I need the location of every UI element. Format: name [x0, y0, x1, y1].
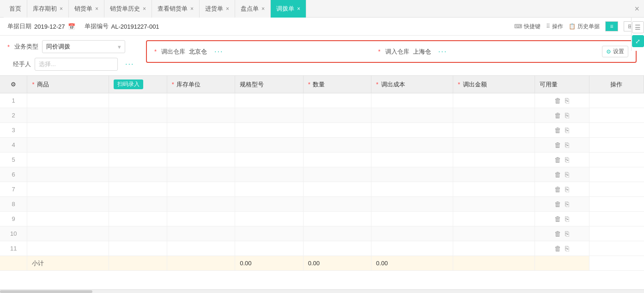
row-num: 3: [0, 123, 27, 138]
layout-button-1[interactable]: ≡: [605, 21, 618, 31]
settings-button[interactable]: ⚙ 设置: [602, 46, 628, 57]
cell-product: [27, 182, 109, 197]
th-gear[interactable]: ⚙: [0, 76, 27, 93]
subtotal-qty-cell: 0.00: [235, 256, 303, 271]
close-tab-inventory-init[interactable]: ×: [60, 6, 63, 12]
cell-qty: [235, 167, 303, 182]
calendar-icon[interactable]: 📅: [68, 23, 75, 30]
delete-icon[interactable]: 🗑: [554, 126, 561, 134]
close-tab-inventory-count[interactable]: ×: [261, 6, 265, 12]
copy-icon[interactable]: ⎘: [565, 141, 569, 149]
tab-sales-history[interactable]: 销货单历史 ×: [104, 0, 152, 18]
warehouse-out-more-button[interactable]: ···: [214, 48, 223, 56]
copy-icon[interactable]: ⎘: [565, 111, 569, 119]
warehouse-out-item: * 调出仓库 北京仓 ···: [154, 48, 369, 56]
th-product: * 商品: [27, 76, 109, 93]
table-row: 11 🗑 ⎘: [0, 241, 644, 256]
scan-button[interactable]: 扫码录入: [114, 79, 143, 89]
side-list-button[interactable]: ☰: [632, 21, 644, 33]
cell-qty: [235, 138, 303, 153]
delete-icon[interactable]: 🗑: [554, 141, 561, 149]
close-tab-transfer[interactable]: ×: [297, 6, 300, 12]
history-icon: 📋: [569, 23, 576, 30]
close-tab-purchase[interactable]: ×: [226, 6, 229, 12]
delete-icon[interactable]: 🗑: [554, 111, 561, 119]
cell-amount: [371, 93, 453, 108]
row-num: 5: [0, 153, 27, 167]
side-panel: ☰ ⤢: [631, 18, 644, 51]
tab-purchase[interactable]: 进货单 ×: [200, 0, 235, 18]
cell-qty: [235, 108, 303, 123]
handler-select[interactable]: 选择...: [35, 58, 118, 71]
row-num: 7: [0, 182, 27, 197]
handler-more-button[interactable]: ···: [125, 60, 134, 68]
close-tab-sales-history[interactable]: ×: [143, 6, 146, 12]
close-tab-sales-order[interactable]: ×: [95, 6, 98, 12]
delete-icon[interactable]: 🗑: [554, 97, 561, 104]
delete-icon[interactable]: 🗑: [554, 171, 561, 178]
scrollbar-thumb[interactable]: [0, 290, 92, 293]
biz-type-value: 同价调拨: [46, 43, 115, 51]
cell-available: [453, 153, 535, 167]
copy-icon[interactable]: ⎘: [565, 230, 569, 238]
cell-available: [453, 182, 535, 197]
copy-icon[interactable]: ⎘: [565, 200, 569, 208]
history-button[interactable]: 📋 历史单据: [569, 23, 600, 31]
delete-icon[interactable]: 🗑: [554, 156, 561, 164]
tab-inventory-count[interactable]: 盘点单 ×: [235, 0, 271, 18]
table-row: 7 🗑 ⎘: [0, 182, 644, 197]
delete-icon[interactable]: 🗑: [554, 215, 561, 223]
tab-bar: 首页 库存期初 × 销货单 × 销货单历史 × 查看销货单 × 进货单 × 盘点…: [0, 0, 644, 18]
warehouse-out-value: 北京仓: [189, 48, 207, 56]
cell-product: [27, 138, 109, 153]
cell-cost: [303, 153, 371, 167]
cell-action: 🗑 ⎘: [535, 241, 589, 256]
cell-product: [27, 212, 109, 226]
close-window-button[interactable]: ×: [634, 4, 639, 13]
cell-action: 🗑 ⎘: [535, 212, 589, 226]
cell-unit: [109, 167, 167, 182]
tab-view-sales[interactable]: 查看销货单 ×: [152, 0, 200, 18]
tab-inventory-init[interactable]: 库存期初 ×: [27, 0, 69, 18]
delete-icon[interactable]: 🗑: [554, 244, 561, 252]
tab-sales-order[interactable]: 销货单 ×: [69, 0, 104, 18]
handler-label: 经手人: [13, 60, 31, 68]
copy-icon[interactable]: ⎘: [565, 126, 569, 134]
operations-icon: ⠿: [546, 23, 550, 30]
warehouse-in-item: * 调入仓库 上海仓 ···: [378, 48, 593, 56]
copy-icon[interactable]: ⎘: [565, 185, 569, 193]
copy-icon[interactable]: ⎘: [565, 156, 569, 164]
cell-qty: [235, 123, 303, 138]
subtotal-action: [535, 256, 589, 271]
delete-icon[interactable]: 🗑: [554, 185, 561, 193]
copy-icon[interactable]: ⎘: [565, 97, 569, 104]
tab-transfer[interactable]: 调拨单 ×: [271, 0, 306, 18]
biz-type-select[interactable]: 同价调拨 ▾: [42, 40, 125, 53]
tab-home[interactable]: 首页: [4, 0, 27, 18]
horizontal-scrollbar[interactable]: [0, 289, 644, 293]
warehouse-in-more-button[interactable]: ···: [438, 48, 447, 56]
date-value: 2019-12-27: [34, 23, 65, 30]
delete-icon[interactable]: 🗑: [554, 200, 561, 208]
table-row: 3 🗑 ⎘: [0, 123, 644, 138]
cell-action: 🗑 ⎘: [535, 153, 589, 167]
cell-action: 🗑 ⎘: [535, 167, 589, 182]
delete-icon[interactable]: 🗑: [554, 230, 561, 238]
side-expand-button[interactable]: ⤢: [632, 35, 644, 47]
handler-row: 经手人 选择... ···: [7, 58, 137, 71]
cell-cost: [303, 138, 371, 153]
cell-amount: [371, 153, 453, 167]
expand-icon: ⤢: [635, 38, 640, 45]
copy-icon[interactable]: ⎘: [565, 171, 569, 178]
cell-unit: [109, 212, 167, 226]
row-num: 2: [0, 108, 27, 123]
cell-available: [453, 241, 535, 256]
cell-spec: [167, 123, 235, 138]
copy-icon[interactable]: ⎘: [565, 244, 569, 252]
th-action: 操作: [589, 76, 644, 93]
operations-button[interactable]: ⠿ 操作: [546, 23, 563, 31]
shortcuts-button[interactable]: ⌨ 快捷键: [514, 23, 541, 31]
cell-spec: [167, 226, 235, 241]
copy-icon[interactable]: ⎘: [565, 215, 569, 223]
close-tab-view-sales[interactable]: ×: [190, 6, 194, 12]
